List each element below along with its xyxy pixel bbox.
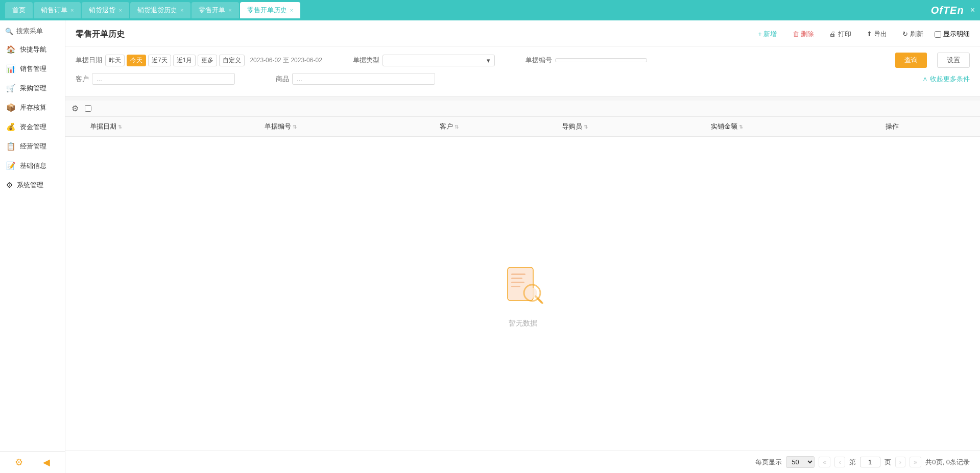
page-prefix-label: 第	[849, 458, 856, 467]
sidebar-item-label: 快捷导航	[20, 45, 46, 54]
collapse-sidebar-button[interactable]: ◀	[43, 457, 50, 468]
sort-icon: ⇅	[584, 124, 588, 130]
window-close-button[interactable]: ×	[970, 6, 975, 15]
customer-input[interactable]: ...	[92, 73, 235, 85]
empty-state: 暂无数据	[65, 137, 980, 451]
sidebar-item-系统管理[interactable]: ⚙系统管理	[0, 176, 65, 195]
top-tab-销货退货历史[interactable]: 销货退货历史×	[130, 2, 190, 18]
th-客户[interactable]: 客户⇅	[434, 117, 556, 137]
date-option-近1月[interactable]: 近1月	[173, 55, 196, 66]
sidebar-icon: 📝	[6, 161, 16, 170]
query-button[interactable]: 查询	[895, 53, 927, 68]
brand-text: OfTEn	[931, 5, 964, 16]
date-option-昨天[interactable]: 昨天	[105, 55, 125, 66]
sidebar-item-经营管理[interactable]: 📋经营管理	[0, 137, 65, 156]
sidebar-icon: 🏠	[6, 45, 16, 54]
doc-type-filter: 单据类型 ▾	[353, 55, 495, 66]
sort-icon: ⇅	[455, 124, 459, 130]
sidebar-item-资金管理[interactable]: 💰资金管理	[0, 117, 65, 137]
doc-no-input[interactable]	[555, 58, 647, 62]
doc-no-label: 单据编号	[525, 56, 552, 65]
tab-close-icon[interactable]: ×	[70, 7, 74, 13]
sidebar-item-label: 采购管理	[20, 84, 46, 93]
main-layout: 🔍 搜索采单 🏠快捷导航📊销售管理🛒采购管理📦库存核算💰资金管理📋经营管理📝基础…	[0, 20, 980, 473]
display-detail-checkbox[interactable]: 显示明细	[935, 30, 970, 39]
settings-bottom-button[interactable]: ⚙	[15, 457, 23, 468]
doc-type-select[interactable]: ▾	[383, 55, 495, 66]
table-settings-icon[interactable]: ⚙	[71, 104, 79, 113]
date-option-近7天[interactable]: 近7天	[148, 55, 171, 66]
top-tab-销售订单[interactable]: 销售订单×	[34, 2, 81, 18]
sidebar-search[interactable]: 🔍 搜索采单	[0, 20, 65, 40]
sidebar-icon: 📋	[6, 142, 16, 151]
display-detail-input[interactable]	[935, 31, 941, 38]
goods-input[interactable]: ...	[292, 73, 435, 85]
date-buttons: 昨天今天近7天近1月更多自定义	[105, 55, 245, 66]
date-option-自定义[interactable]: 自定义	[219, 55, 245, 66]
per-page-select[interactable]: 50 10 20 100	[786, 456, 815, 468]
tab-close-icon[interactable]: ×	[228, 7, 231, 13]
top-tab-销货退货[interactable]: 销货退货×	[82, 2, 129, 18]
th-操作: 操作	[879, 117, 980, 137]
sidebar-item-采购管理[interactable]: 🛒采购管理	[0, 79, 65, 98]
tab-close-icon[interactable]: ×	[290, 7, 293, 13]
page-suffix-label: 页	[885, 458, 891, 467]
page-number-input[interactable]	[860, 457, 880, 467]
data-table: 单据日期⇅单据编号⇅客户⇅导购员⇅实销金额⇅操作	[65, 117, 980, 137]
date-filter-label: 单据日期	[76, 56, 102, 65]
sidebar-icon: ⚙	[6, 181, 13, 190]
per-page-label: 每页显示	[755, 458, 782, 467]
next-page-button[interactable]: ›	[895, 457, 905, 467]
sidebar-item-label: 系统管理	[17, 181, 43, 190]
th-导购员[interactable]: 导购员⇅	[556, 117, 705, 137]
refresh-button[interactable]: ↻ 刷新	[898, 28, 927, 41]
prev-page-button[interactable]: ‹	[834, 457, 845, 467]
sidebar-item-库存核算[interactable]: 📦库存核算	[0, 98, 65, 117]
sidebar-item-基础信息[interactable]: 📝基础信息	[0, 156, 65, 176]
page-title: 零售开单历史	[76, 29, 125, 40]
sidebar-item-label: 销售管理	[20, 64, 46, 73]
content-area: 零售开单历史 + 新增 🗑 删除 🖨 打印 ⬆ 导出 ↻ 刷新 显示明细 单据日…	[65, 20, 980, 473]
delete-button[interactable]: 🗑 删除	[788, 28, 819, 41]
svg-rect-3	[511, 282, 524, 283]
table-toolbar: ⚙	[65, 101, 980, 117]
select-all-checkbox[interactable]	[85, 105, 91, 112]
th-单据编号[interactable]: 单据编号⇅	[258, 117, 433, 137]
sidebar-item-label: 基础信息	[20, 161, 46, 170]
doc-type-label: 单据类型	[353, 56, 379, 65]
sidebar-item-销售管理[interactable]: 📊销售管理	[0, 59, 65, 79]
tab-close-icon[interactable]: ×	[118, 7, 122, 13]
export-button[interactable]: ⬆ 导出	[863, 28, 892, 41]
print-button[interactable]: 🖨 打印	[825, 28, 855, 41]
th-实销金额[interactable]: 实销金额⇅	[705, 117, 879, 137]
customer-filter: 客户 ...	[76, 73, 235, 85]
date-option-今天[interactable]: 今天	[127, 55, 146, 66]
doc-type-dropdown-icon: ▾	[487, 57, 490, 64]
setting-button[interactable]: 设置	[937, 53, 970, 68]
top-tab-零售开单[interactable]: 零售开单×	[192, 2, 238, 18]
goods-label: 商品	[276, 74, 289, 84]
pagination: 每页显示 50 10 20 100 « ‹ 第 页 › » 共0页, 0条记录	[65, 451, 980, 473]
date-option-更多[interactable]: 更多	[198, 55, 217, 66]
top-tab-零售开单历史[interactable]: 零售开单历史×	[240, 2, 300, 18]
sidebar-icon: 🛒	[6, 84, 16, 93]
tab-close-icon[interactable]: ×	[180, 7, 183, 13]
sidebar-item-label: 经营管理	[20, 142, 46, 151]
sidebar-item-快捷导航[interactable]: 🏠快捷导航	[0, 40, 65, 59]
sidebar-item-label: 资金管理	[20, 122, 46, 132]
toolbar: + 新增 🗑 删除 🖨 打印 ⬆ 导出 ↻ 刷新 显示明细	[754, 28, 970, 41]
filter-row-1: 单据日期 昨天今天近7天近1月更多自定义 2023-06-02 至 2023-0…	[76, 53, 970, 68]
filter-row-2: 客户 ... 商品 ... ∧ 收起更多条件	[76, 73, 970, 85]
collapse-button[interactable]: ∧ 收起更多条件	[922, 74, 970, 84]
first-page-button[interactable]: «	[819, 457, 830, 467]
top-bar: 首页销售订单×销货退货×销货退货历史×零售开单×零售开单历史× OfTEn ×	[0, 0, 980, 20]
last-page-button[interactable]: »	[910, 457, 921, 467]
th-单据日期[interactable]: 单据日期⇅	[84, 117, 258, 137]
table-container: ⚙ 单据日期⇅单据编号⇅客户⇅导购员⇅实销金额⇅操作	[65, 101, 980, 451]
sidebar-item-label: 库存核算	[20, 103, 46, 112]
search-icon: 🔍	[5, 28, 13, 35]
sort-icon: ⇅	[118, 124, 122, 130]
top-tab-首页[interactable]: 首页	[5, 2, 33, 18]
goods-placeholder: ...	[297, 75, 302, 83]
add-button[interactable]: + 新增	[754, 28, 781, 41]
